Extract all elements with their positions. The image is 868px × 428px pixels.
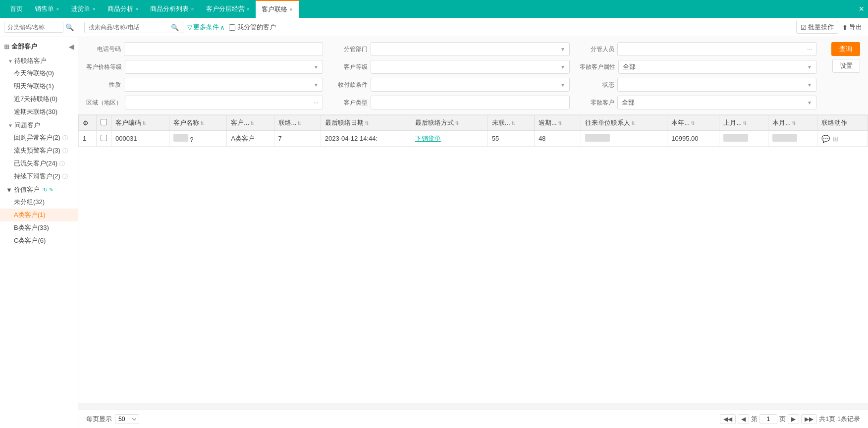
cell-last-way[interactable]: 下销货单 [411,131,488,147]
col-overdue-sort[interactable]: ⇅ [558,120,562,126]
nav-close-product-list[interactable]: × [191,6,194,12]
nav-sales-order[interactable]: 销售单 × [29,0,65,18]
col-last-month[interactable]: 上月... ⇅ [719,115,768,131]
col-this-month-sort[interactable]: ⇅ [792,120,796,126]
last-page-btn[interactable]: ▶▶ [801,414,817,424]
person-input[interactable]: ··· [617,42,816,56]
price-level-select[interactable]: ▼ [125,60,323,74]
col-name[interactable]: 客户名称 ⇅ [169,115,227,131]
col-level-sort[interactable]: ⇅ [250,120,254,126]
nav-close-all[interactable]: × [859,4,864,14]
phone-input[interactable] [124,42,323,56]
col-this-year[interactable]: 本年... ⇅ [667,115,719,131]
col-code-sort[interactable]: ⇅ [142,120,146,126]
col-code[interactable]: 客户编码 ⇅ [111,115,169,131]
nav-close-purchase[interactable]: × [92,6,95,12]
export-btn[interactable]: ⬆ 导出 [842,23,862,32]
sidebar-item-churned[interactable]: 已流失客户(24) ⓘ [0,157,78,170]
chat-action-icon[interactable]: 💬 [821,135,830,143]
col-not-contacted-sort[interactable]: ⇅ [511,120,515,126]
col-overdue[interactable]: 逾期... ⇅ [534,115,581,131]
col-this-month[interactable]: 本月... ⇅ [768,115,817,131]
col-contact-count[interactable]: 联络... ⇅ [274,115,321,131]
sidebar-group-problem[interactable]: ▼ 问题客户 [0,118,78,131]
prev-page-btn[interactable]: ◀ [738,414,749,424]
select-all-checkbox[interactable] [101,119,107,125]
nav-home[interactable]: 首页 [4,0,29,18]
filter-more-btn[interactable]: ▽ 更多条件 ∧ [187,23,225,32]
batch-op-btn[interactable]: ☑ 批量操作 [796,21,838,34]
nav-close-contact[interactable]: × [289,6,292,12]
sidebar-item-repurchase[interactable]: 回购异常客户(2) ⓘ [0,131,78,144]
col-liaison[interactable]: 往来单位联系人 ⇅ [581,115,667,131]
sidebar-item-7days[interactable]: 近7天待联络(0) [0,93,78,106]
sidebar-item-unclassified[interactable]: 未分组(32) [0,196,78,209]
page-input[interactable] [760,414,777,424]
filter-search-icon[interactable]: 🔍 [171,24,179,31]
cell-level: A类客户 [227,131,274,147]
col-this-year-sort[interactable]: ⇅ [691,120,695,126]
region-select[interactable]: ··· [125,96,323,109]
col-level[interactable]: 客户... ⇅ [227,115,274,131]
nav-purchase-order[interactable]: 进货单 × [65,0,101,18]
filter-search-input[interactable] [89,24,171,31]
sidebar-item-today[interactable]: 今天待联络(0) [0,67,78,80]
col-last-month-sort[interactable]: ⇅ [743,120,747,126]
sidebar-item-a-class[interactable]: A类客户(1) [0,209,78,221]
sidebar-item-overdue[interactable]: 逾期未联络(30) [0,106,78,118]
qr-action-icon[interactable]: ⊞ [833,135,839,143]
collapse-icon[interactable]: ◀ [69,43,74,51]
status-select[interactable]: ▼ [617,78,816,92]
horizontal-scrollbar[interactable] [78,403,868,410]
edit-icon[interactable]: ✎ [49,187,54,193]
payment-select[interactable]: ▼ [371,78,570,92]
nav-product-analysis-list[interactable]: 商品分析列表 × [144,0,200,18]
first-page-btn[interactable]: ◀◀ [720,414,736,424]
col-name-sort[interactable]: ⇅ [200,120,204,126]
sidebar-item-churning[interactable]: 流失预警客户(3) ⓘ [0,144,78,157]
sidebar-search-input[interactable] [4,22,63,33]
last-way-link[interactable]: 下销货单 [415,135,441,142]
nav-close-tier[interactable]: × [247,6,250,12]
type-select[interactable] [371,96,570,109]
sidebar-item-b-class[interactable]: B类客户(33) [0,221,78,234]
row-checkbox[interactable] [101,135,107,141]
region-dots: ··· [314,99,319,106]
col-contact-sort[interactable]: ⇅ [297,120,301,126]
col-last-date[interactable]: 最后联络日期 ⇅ [321,115,411,131]
arrow-icon-2: ▼ [8,123,13,128]
next-page-btn[interactable]: ▶ [788,414,799,424]
per-page-select[interactable]: 50 100 200 [115,414,139,424]
nav-product-analysis[interactable]: 商品分析 × [102,0,144,18]
nav-customer-tier[interactable]: 客户分层经营 × [200,0,256,18]
query-button[interactable]: 查询 [831,42,860,56]
nature-select[interactable]: ▼ [124,78,323,92]
nav-customer-contact[interactable]: 客户联络 × [256,0,298,18]
sidebar-group-value[interactable]: ▼ 价值客户 ↻ ✎ [0,183,78,196]
nav-close-product-analysis[interactable]: × [135,6,138,12]
batch-op-icon: ☑ [801,24,807,31]
refresh-icon[interactable]: ↻ [43,187,48,193]
sidebar-group-pending[interactable]: ▼ 待联络客户 [0,54,78,67]
col-last-way[interactable]: 最后联络方式 ⇅ [411,115,488,131]
col-last-way-sort[interactable]: ⇅ [455,120,459,126]
settings-button[interactable]: 设置 [832,59,860,73]
sidebar-item-tomorrow[interactable]: 明天待联络(1) [0,80,78,93]
retail-select[interactable]: 全部 ▼ [617,96,816,109]
nav-close-sales[interactable]: × [56,6,59,12]
col-last-date-sort[interactable]: ⇅ [365,120,369,126]
dept-select[interactable]: ▼ [371,42,570,56]
sidebar-item-declining[interactable]: 持续下滑客户(2) ⓘ [0,170,78,183]
col-settings[interactable]: ⚙ [79,115,97,131]
pagination: 每页显示 50 100 200 ◀◀ ◀ 第 页 ▶ ▶▶ 共1页 1条记录 [78,410,868,428]
customer-level-select[interactable]: ▼ [371,60,570,74]
retail-attr-select[interactable]: 全部 ▼ [618,60,816,74]
sidebar-search-icon[interactable]: 🔍 [65,23,74,31]
sidebar-all-customers[interactable]: ⊞ 全部客户 ◀ [0,39,78,54]
filter-row-1: 电话号码 分管部门 ▼ 分管人员 [86,42,826,56]
filter-my-customer[interactable]: 我分管的客户 [229,23,276,32]
my-customer-checkbox[interactable] [229,24,235,31]
col-liaison-sort[interactable]: ⇅ [631,120,635,126]
col-not-contacted[interactable]: 未联... ⇅ [488,115,534,131]
sidebar-item-c-class[interactable]: C类客户(6) [0,234,78,247]
